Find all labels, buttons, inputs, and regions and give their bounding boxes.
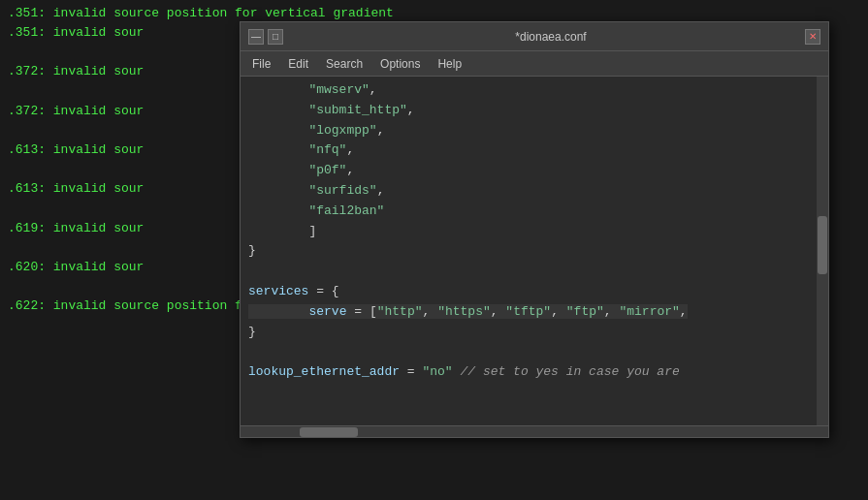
menu-search[interactable]: Search <box>318 55 370 73</box>
title-bar: — □ *dionaea.conf ✕ <box>241 22 828 51</box>
vertical-scrollbar-thumb[interactable] <box>818 216 827 274</box>
editor-code[interactable]: "mwserv", "submit_http", "logxmpp", "nfq… <box>241 77 828 425</box>
editor-content[interactable]: "mwserv", "submit_http", "logxmpp", "nfq… <box>241 77 828 425</box>
close-button[interactable]: ✕ <box>805 29 820 45</box>
editor-window: — □ *dionaea.conf ✕ File Edit Search Opt… <box>240 21 829 438</box>
horizontal-scrollbar[interactable] <box>241 425 828 437</box>
menu-bar: File Edit Search Options Help <box>241 51 828 77</box>
menu-edit[interactable]: Edit <box>280 55 316 73</box>
menu-file[interactable]: File <box>244 55 278 73</box>
maximize-button[interactable]: □ <box>268 29 283 45</box>
horizontal-scrollbar-thumb[interactable] <box>300 427 358 437</box>
minimize-button[interactable]: — <box>248 29 264 45</box>
vertical-scrollbar[interactable] <box>817 77 828 425</box>
editor-title: *dionaea.conf <box>297 30 805 44</box>
menu-help[interactable]: Help <box>430 55 469 73</box>
menu-options[interactable]: Options <box>372 55 428 73</box>
